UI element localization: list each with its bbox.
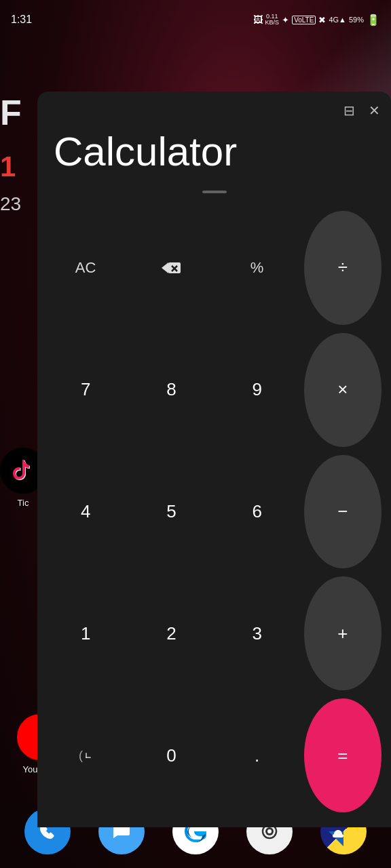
btn-bracket[interactable]: ( <box>47 698 124 812</box>
btn-2[interactable]: 2 <box>132 576 210 690</box>
btn-equals[interactable]: = <box>304 698 381 812</box>
btn-add[interactable]: + <box>304 576 381 690</box>
calc-close-button[interactable]: ✕ <box>369 102 380 119</box>
calc-header: ⊟ ✕ <box>37 92 391 124</box>
btn-6[interactable]: 6 <box>219 455 296 569</box>
btn-subtract[interactable]: − <box>304 455 381 569</box>
btn-1[interactable]: 1 <box>47 576 124 690</box>
btn-5[interactable]: 5 <box>132 455 210 569</box>
btn-8[interactable]: 8 <box>132 333 210 447</box>
bluetooth-icon: ✦ <box>282 15 289 25</box>
bg-num2: 23 <box>0 193 37 215</box>
btn-9[interactable]: 9 <box>219 333 296 447</box>
btn-0[interactable]: 0 <box>132 698 210 812</box>
volte-icon: VoLTE <box>292 16 316 24</box>
battery-percent: 59% <box>349 16 364 24</box>
battery-icon: 🔋 <box>367 14 380 26</box>
photo-icon: 🖼 <box>253 14 263 25</box>
bg-num1: 1 <box>0 151 37 183</box>
bg-app-left: F 1 23 <box>0 95 37 215</box>
btn-divide[interactable]: ÷ <box>304 211 381 325</box>
calc-buttons: AC % ÷ 7 8 9 × 4 5 6 − 1 2 3 + ( <box>37 201 391 827</box>
svg-rect-5 <box>86 753 87 758</box>
calc-title: Calculator <box>54 130 375 174</box>
tiktok-logo-icon <box>10 458 36 484</box>
bracket-icon: ( <box>76 746 95 765</box>
calc-drag-handle[interactable] <box>202 191 227 193</box>
btn-percent[interactable]: % <box>219 211 296 325</box>
bg-letter: F <box>0 95 37 130</box>
signal-x-icon: ✖ <box>318 15 326 25</box>
backspace-icon <box>160 260 182 276</box>
btn-3[interactable]: 3 <box>219 576 296 690</box>
status-icons: 🖼 0.11KB/S ✦ VoLTE ✖ 4G▲ 59% 🔋 <box>253 14 380 26</box>
btn-decimal[interactable]: . <box>219 698 296 812</box>
btn-ac[interactable]: AC <box>47 211 124 325</box>
btn-4[interactable]: 4 <box>47 455 124 569</box>
4g-signal-icon: 4G▲ <box>329 16 346 24</box>
network-speed: 0.11KB/S <box>265 14 280 26</box>
svg-text:(: ( <box>79 749 83 762</box>
calc-window-button[interactable]: ⊟ <box>343 102 355 119</box>
calculator-popup: ⊟ ✕ Calculator AC % ÷ 7 8 9 × 4 5 6 − <box>37 92 391 827</box>
calc-title-area: Calculator <box>37 124 391 191</box>
status-bar: 1:31 🖼 0.11KB/S ✦ VoLTE ✖ 4G▲ 59% 🔋 <box>0 0 391 34</box>
svg-rect-23 <box>333 834 343 837</box>
status-time: 1:31 <box>11 14 32 26</box>
btn-7[interactable]: 7 <box>47 333 124 447</box>
svg-point-20 <box>267 829 272 833</box>
btn-multiply[interactable]: × <box>304 333 381 447</box>
tiktok-label: Tic <box>18 498 29 508</box>
btn-backspace[interactable] <box>132 211 210 325</box>
